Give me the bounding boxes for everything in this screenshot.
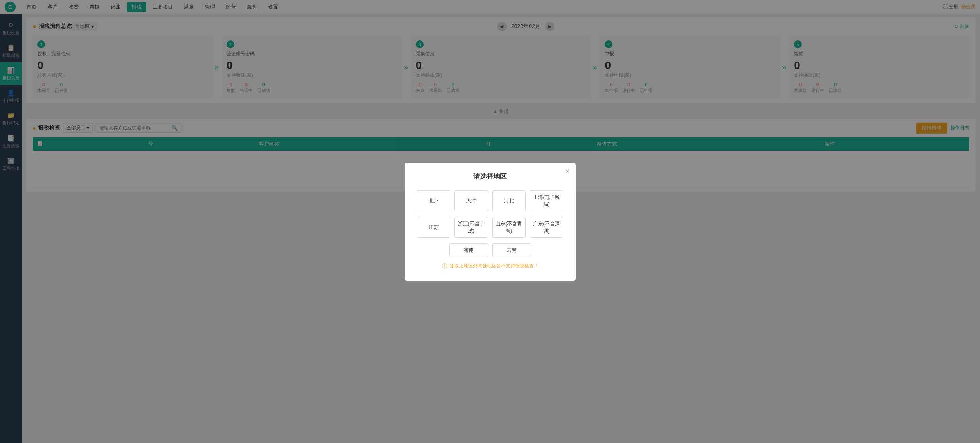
region-btn-浙江(不含宁波)[interactable]: 浙江(不含宁波) xyxy=(454,217,488,238)
region-btn-广东(不含深圳)[interactable]: 广东(不含深圳) xyxy=(530,217,563,238)
warning-icon: ⓘ xyxy=(442,263,447,270)
region-btn-天津[interactable]: 天津 xyxy=(454,190,488,211)
region-btn-上海(电子税局)[interactable]: 上海(电子税局) xyxy=(530,190,563,211)
modal-close-btn[interactable]: × xyxy=(565,167,570,176)
region-btn-江苏[interactable]: 江苏 xyxy=(417,217,451,238)
modal-title: 请选择地区 xyxy=(417,172,563,181)
region-btn-山东(不含青岛)[interactable]: 山东(不含青岛) xyxy=(492,217,526,238)
region-row-2: 江苏浙江(不含宁波)山东(不含青岛)广东(不含深圳) xyxy=(417,217,563,238)
modal-warning: ⓘ 除以上地区外其他地区暂不支持报税检查！ xyxy=(417,263,563,270)
modal-overlay: × 请选择地区 北京天津河北上海(电子税局) 江苏浙江(不含宁波)山东(不含青岛… xyxy=(0,0,980,443)
region-btn-海南[interactable]: 海南 xyxy=(449,243,488,257)
region-row-1: 北京天津河北上海(电子税局) xyxy=(417,190,563,211)
region-row-3: 海南云南 xyxy=(417,243,563,257)
region-select-modal: × 请选择地区 北京天津河北上海(电子税局) 江苏浙江(不含宁波)山东(不含青岛… xyxy=(405,163,576,281)
region-btn-北京[interactable]: 北京 xyxy=(417,190,451,211)
region-btn-云南[interactable]: 云南 xyxy=(492,243,531,257)
region-btn-河北[interactable]: 河北 xyxy=(492,190,526,211)
